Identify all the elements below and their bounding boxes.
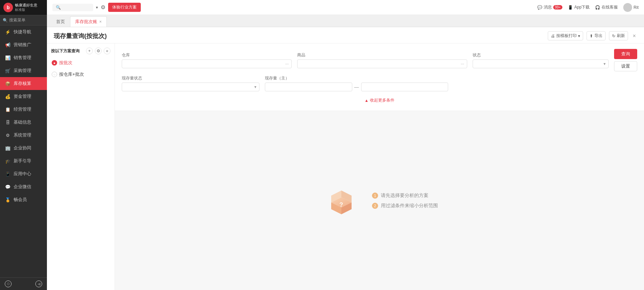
industry-plan-button[interactable]: 体验行业方案 (108, 3, 141, 12)
scheme-settings-button[interactable]: ⚙ (95, 48, 102, 54)
product-text-input[interactable] (300, 61, 461, 66)
tab-inventory-batch-label: 库存批次账 (75, 19, 97, 25)
download-icon: 📱 (568, 5, 573, 10)
sidebar-item-label: 畅会员 (14, 197, 27, 203)
settings-button[interactable]: ⚙ (5, 280, 12, 287)
topbar-settings-icon[interactable]: ⚙ (101, 4, 105, 11)
stock-qty-max-input[interactable] (361, 83, 448, 91)
collapse-sidebar-button[interactable]: ◀ (35, 280, 42, 287)
warehouse-more-icon[interactable]: ··· (285, 61, 289, 66)
tab-home[interactable]: 首页 (51, 16, 70, 27)
app-download-button[interactable]: 📱 App下载 (568, 4, 590, 10)
query-button[interactable]: 查询 (614, 49, 637, 59)
tip-text-2: 用过滤条件来缩小分析范围 (381, 203, 438, 209)
finance-icon: 💰 (5, 93, 11, 99)
sidebar-item-label: 企业微信 (14, 184, 31, 190)
sidebar-item-inventory[interactable]: 📦 库存核算 (0, 77, 47, 90)
newbie-icon: 🎓 (5, 158, 11, 164)
filter-row-1: 仓库 ··· 商品 ··· 状态 (122, 49, 637, 71)
sidebar-item-enterprise[interactable]: 🏢 企业协同 (0, 142, 47, 155)
sidebar-item-basic[interactable]: 🗄 基础信息 (0, 116, 47, 129)
sidebar-item-member[interactable]: 🏅 畅会员 (0, 193, 47, 206)
stock-status-dropdown-icon[interactable]: ▾ (254, 85, 256, 89)
product-more-icon[interactable]: ··· (461, 61, 464, 66)
sidebar-item-wechat[interactable]: 💬 企业微信 (0, 180, 47, 193)
stock-qty-field: 现存量（主） — (265, 75, 448, 91)
sidebar-item-operation[interactable]: 📋 经营管理 (0, 103, 47, 116)
stock-status-input[interactable]: ▾ (122, 83, 259, 91)
left-panel-title: 按以下方案查询 (51, 48, 80, 54)
product-field: 商品 ··· (297, 52, 467, 68)
print-button[interactable]: 🖨 按模板打印 ▾ (548, 31, 583, 40)
stock-status-field: 现存量状态 ▾ (122, 75, 259, 91)
scheme-by-warehouse-batch-label: 按仓库+批次 (59, 71, 84, 77)
topbar-search-bar[interactable]: 🔍 (52, 4, 93, 11)
operation-icon: 📋 (5, 106, 11, 112)
sidebar: b 畅康通好生意 标准版 🔍 搜索菜单 ⚡ 快捷导航 📢 营销推广 📊 销售管理… (0, 0, 47, 290)
sidebar-search[interactable]: 🔍 搜索菜单 (0, 15, 47, 25)
basic-icon: 🗄 (5, 119, 11, 125)
user-avatar-button[interactable]: Rit (623, 3, 639, 12)
sidebar-item-label: 库存核算 (14, 80, 31, 87)
sidebar-item-marketing[interactable]: 📢 营销推广 (0, 38, 47, 51)
qty-divider: — (354, 84, 359, 90)
status-label: 状态 (473, 52, 609, 58)
export-button[interactable]: ⬆ 导出 (587, 31, 606, 40)
refresh-button[interactable]: ↻ 刷新 (609, 31, 628, 40)
app-download-label: App下载 (574, 4, 590, 10)
sidebar-item-system[interactable]: ⚙ 系统管理 (0, 129, 47, 142)
sidebar-item-label: 营销推广 (14, 42, 31, 48)
online-service-button[interactable]: 🎧 在线客服 (595, 4, 618, 10)
sidebar-item-quick-nav[interactable]: ⚡ 快捷导航 (0, 25, 47, 38)
sidebar-item-purchase[interactable]: 🛒 采购管理 (0, 64, 47, 77)
tab-home-label: 首页 (56, 19, 65, 25)
filter-action-buttons: 查询 设置 (614, 49, 637, 71)
status-dropdown-icon[interactable]: ▾ (604, 61, 606, 66)
sidebar-item-newbie[interactable]: 🎓 新手引导 (0, 155, 47, 167)
tip-num-1: 1 (372, 193, 378, 199)
stock-qty-min-input[interactable] (265, 83, 352, 91)
messages-button[interactable]: 💬 消息 99+ (537, 4, 562, 10)
settings-button-filter[interactable]: 设置 (614, 61, 637, 71)
sidebar-item-sales[interactable]: 📊 销售管理 (0, 51, 47, 64)
scheme-by-batch[interactable]: ● 按批次 (47, 57, 115, 69)
service-icon: 🎧 (595, 5, 600, 10)
add-scheme-button[interactable]: + (86, 48, 93, 54)
stock-status-text-input[interactable] (125, 85, 254, 89)
username-label: Rit (633, 5, 639, 10)
sidebar-item-label: 新手引导 (14, 158, 31, 164)
stock-qty-min-text-input[interactable] (268, 85, 349, 89)
collapse-more-button[interactable]: ▲ 收起更多条件 (122, 95, 637, 105)
sidebar-item-label: 销售管理 (14, 55, 31, 61)
scheme-dot-active: ● (52, 60, 57, 66)
tab-close-icon[interactable]: × (99, 19, 102, 24)
chevron-up-icon: ▲ (365, 98, 369, 103)
status-text-input[interactable] (476, 61, 604, 66)
online-service-label: 在线客服 (601, 4, 618, 10)
scheme-by-warehouse-batch[interactable]: ○ 按仓库+批次 (47, 69, 115, 80)
app-edition: 标准版 (15, 7, 37, 12)
warehouse-field: 仓库 ··· (122, 52, 292, 68)
tab-inventory-batch[interactable]: 库存批次账 × (70, 16, 107, 27)
system-icon: ⚙ (5, 132, 11, 138)
status-input[interactable]: ▾ (473, 59, 609, 68)
sidebar-item-appcenter[interactable]: 📱 应用中心 (0, 167, 47, 180)
collapse-more-label: 收起更多条件 (370, 97, 394, 103)
company-info: 畅康通好生意 标准版 (15, 3, 37, 12)
refresh-icon: ↻ (612, 34, 615, 38)
stock-status-label: 现存量状态 (122, 75, 259, 81)
warehouse-text-input[interactable] (125, 61, 285, 66)
topbar-dropdown-icon[interactable]: ▾ (96, 5, 98, 10)
export-icon: ⬆ (590, 34, 593, 38)
collapse-panel-button[interactable]: « (104, 48, 111, 54)
product-input[interactable]: ··· (297, 59, 467, 68)
messages-icon: 💬 (537, 5, 542, 10)
sidebar-item-label: 采购管理 (14, 68, 31, 74)
warehouse-input[interactable]: ··· (122, 59, 292, 68)
stock-qty-max-text-input[interactable] (364, 85, 445, 89)
left-panel-actions: + ⚙ « (86, 48, 111, 54)
topbar-right: 💬 消息 99+ 📱 App下载 🎧 在线客服 Rit (537, 3, 639, 12)
page-close-button[interactable]: × (631, 32, 637, 40)
topbar: 🔍 ▾ ⚙ 体验行业方案 💬 消息 99+ 📱 App下载 🎧 在线客服 (47, 0, 644, 15)
sidebar-item-finance[interactable]: 💰 资金管理 (0, 90, 47, 103)
